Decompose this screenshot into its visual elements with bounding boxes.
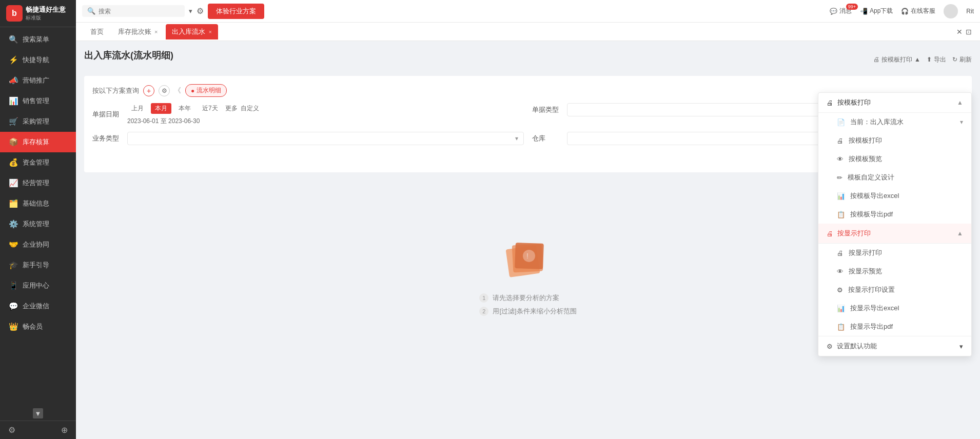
headphone-icon: 🎧 [901, 8, 909, 15]
filter-label: 按以下方案查询 [92, 86, 139, 95]
filter-collapse-btn[interactable]: 《 [174, 86, 181, 95]
corp-icon: 🤝 [8, 240, 18, 250]
date-custom-btn[interactable]: 自定义 [241, 104, 259, 113]
biz-select[interactable]: ▾ [127, 132, 524, 145]
sidebar-item-inventory[interactable]: 📦 库存核算 [0, 132, 76, 152]
sidebar-item-finance[interactable]: 💰 资金管理 [0, 152, 76, 173]
display-print-header-icon: 🖨 [827, 230, 833, 237]
print-expand-icon: ▲ [914, 56, 920, 63]
dropdown-template-excel[interactable]: 📊 按模板导出excel [818, 187, 971, 205]
dropdown-template-preview[interactable]: 👁 按模板预览 [818, 150, 971, 168]
sidebar-item-guide[interactable]: 🎓 新手引导 [0, 255, 76, 275]
settings-arrow-icon: ▾ [959, 343, 963, 350]
sidebar-item-sales[interactable]: 📊 销售管理 [0, 91, 76, 111]
dropdown-current-item[interactable]: 📄 当前：出入库流水 ▾ [818, 113, 971, 131]
sidebar-item-purchase[interactable]: 🛒 采购管理 [0, 111, 76, 132]
date-btn-this-year[interactable]: 本年 [174, 103, 195, 114]
date-btn-last-month[interactable]: 上月 [127, 103, 148, 114]
template-print-section-header[interactable]: 🖨 按模板打印 ▲ [818, 93, 971, 113]
topbar-dropdown-arrow[interactable]: ▾ [189, 7, 192, 15]
svg-point-3 [523, 250, 535, 262]
display-preview-icon: 👁 [837, 268, 844, 275]
export-icon: ⬆ [927, 56, 932, 63]
default-settings-icon: ⚙ [827, 343, 833, 350]
window-maximize-icon[interactable]: ⊡ [966, 28, 972, 36]
sidebar-logo-text: 畅捷通好生意 标准版 [26, 6, 66, 21]
sidebar-collapse-icon[interactable]: ⊕ [61, 425, 68, 435]
topbar-customer-service[interactable]: 🎧 在线客服 [901, 7, 935, 15]
basic-icon: 🗂️ [8, 198, 18, 209]
svg-text:!: ! [526, 252, 528, 260]
sidebar-item-wechat[interactable]: 💬 企业微信 [0, 296, 76, 316]
display-section-arrow: ▲ [957, 230, 963, 237]
dropdown-display-excel[interactable]: 📊 按显示导出excel [818, 299, 971, 317]
export-btn[interactable]: ⬆ 导出 [927, 55, 946, 64]
print-icon: 🖨 [837, 137, 844, 145]
filter-biz-item: 业务类型 ▾ [92, 132, 524, 145]
template-print-header-icon: 🖨 [827, 99, 833, 107]
design-icon: ✏ [837, 174, 842, 182]
empty-steps-list: 1 请先选择要分析的方案 2 用[过滤]条件来缩小分析范围 [479, 293, 576, 316]
sidebar-item-operation[interactable]: 📈 经营管理 [0, 173, 76, 193]
display-print-section-header[interactable]: 🖨 按显示打印 ▲ [818, 224, 971, 244]
guide-icon: 🎓 [8, 260, 18, 270]
sidebar-item-search[interactable]: 🔍 搜索菜单 [0, 29, 76, 50]
tab-inventory-flow[interactable]: 出入库流水 × [166, 24, 218, 39]
current-template-icon: 📄 [837, 118, 845, 126]
empty-icon: ! [502, 232, 554, 283]
date-btn-this-month[interactable]: 本月 [151, 103, 171, 114]
marketing-icon: 📣 [8, 75, 18, 86]
tab-home[interactable]: 首页 [84, 24, 110, 39]
sidebar-scroll-down-btn[interactable]: ▼ [33, 408, 43, 418]
dropdown-display-print-settings[interactable]: ⚙ 按显示打印设置 [818, 281, 971, 299]
display-pdf-icon: 📋 [837, 323, 845, 331]
tab-inventory-batch-close[interactable]: × [154, 29, 158, 35]
topbar-gear-icon[interactable]: ⚙ [197, 6, 204, 16]
date-range-text: 2023-06-01 至 2023-06-30 [127, 117, 259, 126]
refresh-btn[interactable]: ↻ 刷新 [952, 55, 972, 64]
dropdown-display-print[interactable]: 🖨 按显示打印 [818, 244, 971, 262]
display-excel-icon: 📊 [837, 305, 845, 312]
topbar-search-box[interactable]: 🔍 [82, 5, 185, 17]
sidebar-item-basic[interactable]: 🗂️ 基础信息 [0, 193, 76, 214]
template-print-btn[interactable]: 🖨 按模板打印 ▲ [873, 55, 920, 64]
date-more-btn[interactable]: 更多 [225, 104, 238, 113]
sidebar-item-member[interactable]: 👑 畅会员 [0, 316, 76, 337]
app-logo-icon: b [6, 5, 23, 22]
tab-inventory-batch[interactable]: 库存批次账 × [112, 24, 164, 39]
display-settings-icon: ⚙ [837, 286, 843, 294]
filter-settings-btn[interactable]: ⚙ [159, 85, 170, 96]
dropdown-template-custom[interactable]: ✏ 模板自定义设计 [818, 168, 971, 187]
preview-icon: 👁 [837, 155, 844, 163]
topbar: 🔍 ▾ ⚙ 体验行业方案 💬 消息 99+ 📲 App下载 🎧 在线客服 Rit [76, 0, 980, 23]
page-title: 出入库流水(流水明细) [84, 49, 173, 62]
filter-add-btn[interactable]: + [143, 85, 154, 96]
date-btn-7days[interactable]: 近7天 [198, 103, 222, 114]
topbar-app-download[interactable]: 📲 App下载 [860, 7, 893, 15]
template-section-arrow: ▲ [957, 99, 963, 106]
sidebar-item-system[interactable]: ⚙️ 系统管理 [0, 214, 76, 234]
filter-date-item: 单据日期 上月 本月 本年 近7天 更多 自定义 2023-06-01 至 20… [92, 103, 524, 126]
search-input[interactable] [99, 8, 180, 15]
tab-inventory-flow-close[interactable]: × [208, 29, 211, 35]
warehouse-label: 仓库 [532, 134, 563, 143]
sidebar-item-shortcut[interactable]: ⚡ 快捷导航 [0, 50, 76, 70]
main-area: 🔍 ▾ ⚙ 体验行业方案 💬 消息 99+ 📲 App下载 🎧 在线客服 Rit [76, 0, 980, 439]
dropdown-template-print[interactable]: 🖨 按模板打印 [818, 131, 971, 150]
sidebar-item-marketing[interactable]: 📣 营销推广 [0, 70, 76, 91]
filter-tag[interactable]: ● 流水明细 [185, 84, 227, 97]
dropdown-default-settings[interactable]: ⚙ 设置默认功能 ▾ [818, 336, 971, 356]
sidebar-logo: b 畅捷通好生意 标准版 [0, 0, 76, 27]
dropdown-display-pdf[interactable]: 📋 按显示导出pdf [818, 317, 971, 336]
dropdown-template-pdf[interactable]: 📋 按模板导出pdf [818, 205, 971, 224]
user-avatar [944, 4, 958, 18]
trial-btn[interactable]: 体验行业方案 [208, 4, 264, 19]
dropdown-display-preview[interactable]: 👁 按显示预览 [818, 262, 971, 281]
date-label: 单据日期 [92, 110, 123, 119]
window-close-icon[interactable]: ✕ [956, 28, 963, 36]
sidebar-settings-icon[interactable]: ⚙ [8, 425, 15, 435]
topbar-message[interactable]: 💬 消息 99+ [830, 7, 852, 15]
sidebar-item-app[interactable]: 📱 应用中心 [0, 275, 76, 296]
sidebar-item-corp[interactable]: 🤝 企业协同 [0, 234, 76, 255]
excel-icon: 📊 [837, 192, 845, 200]
